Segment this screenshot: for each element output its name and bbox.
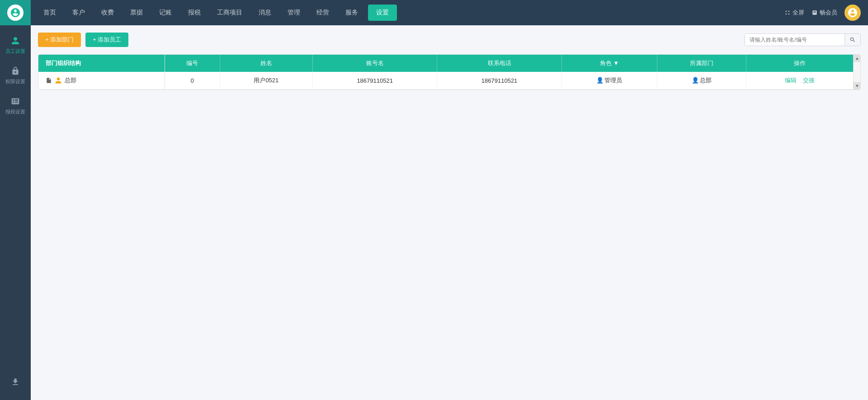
nav-item-收费[interactable]: 收费 xyxy=(93,0,122,25)
nav-item-服务[interactable]: 服务 xyxy=(337,0,366,25)
col-header-ops: 操作 xyxy=(746,55,853,72)
top-nav-right: 全屏 畅会员 xyxy=(784,5,868,21)
nav-item-管理[interactable]: 管理 xyxy=(279,0,308,25)
nav-item-设置[interactable]: 设置 xyxy=(368,5,397,21)
table-header-row: 编号 姓名 账号名 联系电话 角色 ▼ 所属部门 操作 xyxy=(165,55,853,72)
sidebar-item-employee[interactable]: 员工设置 xyxy=(0,30,31,60)
member-btn[interactable]: 畅会员 xyxy=(811,9,837,17)
cell-dept: 👤总部 xyxy=(657,72,746,89)
logo[interactable] xyxy=(0,0,31,25)
cell-id: 0 xyxy=(165,72,220,89)
fullscreen-btn[interactable]: 全屏 xyxy=(784,9,804,17)
sidebar-bottom xyxy=(0,371,31,400)
employee-data-table: 编号 姓名 账号名 联系电话 角色 ▼ 所属部门 操作 0 用户0521 186… xyxy=(165,55,853,89)
sidebar-label-permission: 权限设置 xyxy=(5,78,25,85)
nav-item-记账[interactable]: 记账 xyxy=(151,0,180,25)
sidebar-item-download[interactable] xyxy=(0,371,31,393)
toolbar: + 添加部门 + 添加员工 xyxy=(38,33,861,47)
member-label: 畅会员 xyxy=(820,9,837,17)
add-dept-button[interactable]: + 添加部门 xyxy=(38,33,81,47)
search-button[interactable] xyxy=(844,34,860,46)
user-avatar[interactable] xyxy=(844,5,861,21)
search-box xyxy=(745,33,861,46)
table-row: 0 用户0521 18679110521 18679110521 👤管理员 👤总… xyxy=(165,72,853,89)
sidebar-item-tax[interactable]: 报税设置 xyxy=(0,90,31,121)
person-icon xyxy=(10,35,21,46)
main-layout: 员工设置 权限设置 报税设置 + 添加部门 xyxy=(0,25,868,400)
fullscreen-label: 全屏 xyxy=(793,9,804,17)
logo-icon xyxy=(7,5,24,21)
sidebar-label-employee: 员工设置 xyxy=(5,48,25,55)
cell-account: 18679110521 xyxy=(312,72,437,89)
table-layout: 部门组织结构 总部 编号 姓名 账号名 联系电话 xyxy=(38,54,861,90)
edit-link[interactable]: 编辑 xyxy=(785,77,797,84)
cell-role: 👤管理员 xyxy=(561,72,657,89)
search-input[interactable] xyxy=(745,34,844,46)
nav-item-消息[interactable]: 消息 xyxy=(250,0,279,25)
col-header-role[interactable]: 角色 ▼ xyxy=(561,55,657,72)
scroll-up-arrow[interactable]: ▲ xyxy=(854,55,861,62)
transfer-link[interactable]: 交接 xyxy=(803,77,815,84)
file-icon xyxy=(46,77,52,84)
report-icon xyxy=(10,96,21,107)
search-icon xyxy=(849,37,856,43)
tree-item-label: 总部 xyxy=(65,76,76,85)
col-header-id: 编号 xyxy=(165,55,220,72)
nav-item-工商项目[interactable]: 工商项目 xyxy=(209,0,250,25)
col-header-phone: 联系电话 xyxy=(437,55,561,72)
lock-icon xyxy=(10,66,21,76)
sidebar: 员工设置 权限设置 报税设置 xyxy=(0,25,31,400)
nav-item-首页[interactable]: 首页 xyxy=(35,0,64,25)
nav-item-客户[interactable]: 客户 xyxy=(64,0,93,25)
tree-panel: 部门组织结构 总部 xyxy=(38,55,165,89)
nav-item-经营[interactable]: 经营 xyxy=(308,0,337,25)
cell-name: 用户0521 xyxy=(220,72,312,89)
col-header-dept: 所属部门 xyxy=(657,55,746,72)
cell-ops: 编辑 交接 xyxy=(746,72,853,89)
nav-item-报税[interactable]: 报税 xyxy=(180,0,209,25)
cell-phone: 18679110521 xyxy=(437,72,561,89)
sidebar-item-permission[interactable]: 权限设置 xyxy=(0,60,31,90)
col-header-name: 姓名 xyxy=(220,55,312,72)
add-employee-button[interactable]: + 添加员工 xyxy=(85,33,128,47)
sidebar-label-tax: 报税设置 xyxy=(5,108,25,115)
employee-table: 编号 姓名 账号名 联系电话 角色 ▼ 所属部门 操作 0 用户0521 186… xyxy=(165,55,853,89)
top-nav: 首页客户收费票据记账报税工商项目消息管理经营服务设置 全屏 畅会员 xyxy=(0,0,868,25)
col-header-account: 账号名 xyxy=(312,55,437,72)
main-content: + 添加部门 + 添加员工 部门组织结构 xyxy=(31,25,868,400)
download-icon xyxy=(10,376,21,387)
tree-item-root[interactable]: 总部 xyxy=(38,72,165,89)
scroll-bar: ▲ ▼ xyxy=(853,55,860,89)
scroll-down-arrow[interactable]: ▼ xyxy=(854,82,861,89)
top-nav-menu: 首页客户收费票据记账报税工商项目消息管理经营服务设置 xyxy=(31,0,784,25)
tree-header: 部门组织结构 xyxy=(38,55,165,72)
person-tree-icon xyxy=(55,77,62,84)
nav-item-票据[interactable]: 票据 xyxy=(122,0,151,25)
